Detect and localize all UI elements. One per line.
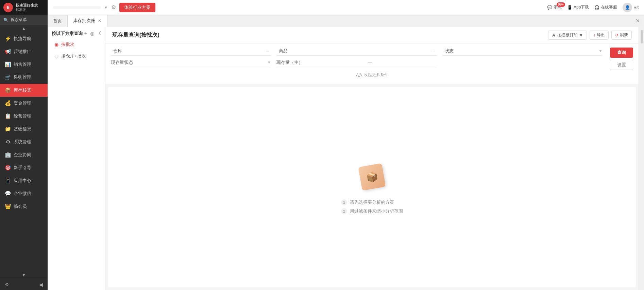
refresh-label: 刷新: [620, 32, 628, 38]
message-action[interactable]: 💬 消息 99+: [547, 4, 562, 10]
topbar-actions: 💬 消息 99+ 📱 App下载 🎧 在线客服 👤 Rit: [547, 3, 639, 12]
app-version: 标准版: [16, 7, 38, 12]
tab-home[interactable]: 首页: [48, 15, 68, 27]
scroll-handle[interactable]: [641, 30, 643, 43]
basic-info-icon: 📁: [5, 126, 11, 132]
tab-batch-account[interactable]: 库存批次账 ✕: [68, 15, 108, 27]
collapse-sidebar-icon[interactable]: ◀: [39, 282, 43, 287]
sidebar-item-basic-info[interactable]: 📁 基础信息: [0, 123, 48, 135]
print-button[interactable]: 🖨 按模板打印 ▼: [548, 31, 587, 40]
stock-status-dropdown-icon[interactable]: ▼: [267, 60, 271, 65]
sidebar-scroll-down[interactable]: ▼: [0, 271, 48, 279]
scheme-by-warehouse-batch-label: 按仓库+批次: [61, 53, 86, 59]
sidebar-item-quick-nav[interactable]: ⚡ 快捷导航: [0, 32, 48, 45]
warehouse-input[interactable]: [124, 48, 264, 54]
empty-state: 📦 1 请先选择要分析的方案 2 用过滤条件来缩小分析范围: [108, 87, 636, 287]
online-service-action[interactable]: 🎧 在线客服: [594, 4, 617, 10]
tabbar-close-button[interactable]: ✕: [631, 16, 644, 25]
topbar-chevron-icon[interactable]: ▼: [104, 5, 108, 10]
print-dropdown-icon[interactable]: ▼: [579, 33, 583, 38]
sidebar-search[interactable]: 🔍 搜索菜单: [0, 15, 48, 25]
export-icon: ↑: [593, 33, 595, 38]
page-title: 现存量查询(按批次): [112, 32, 159, 39]
topbar-search-box[interactable]: [53, 6, 101, 9]
left-panel-header: 按以下方案查询 ＋ ◎ 《: [48, 27, 105, 39]
content-area: 按以下方案查询 ＋ ◎ 《 ◉ 按批次 ◎ 按仓库+批次 现存量查询(按批次): [48, 27, 644, 290]
add-scheme-icon[interactable]: ＋: [83, 31, 88, 37]
export-button[interactable]: ↑ 导出: [590, 31, 609, 40]
hint-2-text: 用过滤条件来缩小分析范围: [350, 208, 403, 214]
page-title-bar: 现存量查询(按批次) 🖨 按模板打印 ▼ ↑ 导出 ↺ 刷新: [105, 27, 639, 43]
empty-content: 📦 1 请先选择要分析的方案 2 用过滤条件来缩小分析范围: [341, 160, 403, 214]
quick-nav-icon: ⚡: [5, 36, 11, 42]
export-label: 导出: [597, 32, 605, 38]
sidebar-header: 6 畅康通好生意 标准版: [0, 0, 48, 15]
sidebar-item-newbie[interactable]: 🎯 新手引导: [0, 161, 48, 174]
sidebar-item-label: 基础信息: [14, 126, 31, 132]
status-field[interactable]: 状态 ▼: [442, 48, 603, 56]
sidebar-item-operations[interactable]: 📋 经营管理: [0, 110, 48, 123]
right-scrollbar[interactable]: [639, 27, 644, 290]
query-button[interactable]: 查询: [610, 48, 633, 58]
scheme-item-by-warehouse-batch[interactable]: ◎ 按仓库+批次: [48, 50, 105, 62]
sidebar-item-label: 库存核算: [14, 87, 31, 93]
sidebar-item-enterprise[interactable]: 🏢 企业协同: [0, 148, 48, 161]
wechat-icon: 💬: [5, 191, 11, 197]
product-input[interactable]: [290, 48, 429, 54]
sidebar-item-purchase[interactable]: 🛒 采购管理: [0, 71, 48, 84]
refresh-button[interactable]: ↺ 刷新: [611, 31, 632, 40]
page-actions: 🖨 按模板打印 ▼ ↑ 导出 ↺ 刷新: [548, 31, 632, 40]
product-label: 商品: [276, 48, 290, 54]
scheme-item-by-batch[interactable]: ◉ 按批次: [48, 39, 105, 50]
stock-status-input[interactable]: [133, 59, 267, 66]
stock-qty-min-input[interactable]: [303, 59, 368, 66]
warehouse-more-icon[interactable]: ···: [264, 48, 271, 54]
sidebar-item-system[interactable]: ⚙ 系统管理: [0, 135, 48, 148]
status-input[interactable]: [456, 48, 598, 54]
sidebar-item-label: 营销推广: [14, 49, 31, 55]
refresh-icon: ↺: [615, 33, 618, 38]
sales-icon: 📊: [5, 61, 11, 68]
sidebar-item-marketing[interactable]: 📢 营销推广: [0, 45, 48, 58]
sidebar-menu: ⚡ 快捷导航 📢 营销推广 📊 销售管理 🛒 采购管理 📦 库存核算 💰 资金管…: [0, 32, 48, 271]
warehouse-field[interactable]: 仓库 ···: [111, 48, 271, 56]
scheme-active-icon: ◉: [54, 42, 58, 47]
sidebar-item-label: 企业协同: [14, 152, 31, 158]
sidebar-item-appstore[interactable]: 📱 应用中心: [0, 174, 48, 187]
topbar-gear-icon[interactable]: ⚙: [111, 4, 116, 11]
stock-qty-max-input[interactable]: [372, 59, 437, 66]
sidebar-item-label: 新手引导: [14, 165, 31, 171]
left-panel-title: 按以下方案查询: [52, 31, 83, 37]
empty-box-icon: 📦: [358, 163, 386, 191]
settings-scheme-icon[interactable]: ◎: [90, 31, 94, 36]
tab-close-icon[interactable]: ✕: [97, 18, 102, 23]
purchase-icon: 🛒: [5, 74, 11, 80]
stock-status-field[interactable]: 现存量状态 ▼: [111, 59, 271, 67]
product-field[interactable]: 商品 ···: [276, 48, 437, 56]
main-content: 现存量查询(按批次) 🖨 按模板打印 ▼ ↑ 导出 ↺ 刷新: [105, 27, 639, 290]
status-dropdown-icon[interactable]: ▼: [598, 49, 603, 53]
app-download-action[interactable]: 📱 App下载: [567, 4, 589, 10]
settings-icon[interactable]: ⚙: [5, 282, 9, 287]
marketing-icon: 📢: [5, 49, 11, 55]
collapse-panel-icon[interactable]: 《: [96, 31, 101, 37]
member-icon: 👑: [5, 203, 11, 210]
user-menu[interactable]: 👤 Rit: [623, 3, 639, 12]
sidebar-item-member[interactable]: 👑 畅会员: [0, 200, 48, 213]
online-service-label: 在线客服: [601, 4, 617, 10]
sidebar-item-sales[interactable]: 📊 销售管理: [0, 58, 48, 71]
sidebar-item-label: 资金管理: [14, 100, 31, 106]
collapse-more-button[interactable]: ⋀⋀ 收起更多条件: [111, 70, 633, 80]
hint-1-text: 请先选择要分析的方案: [350, 199, 394, 205]
newbie-icon: 🎯: [5, 165, 11, 171]
product-more-icon[interactable]: ···: [429, 48, 437, 54]
sidebar-item-finance[interactable]: 💰 资金管理: [0, 97, 48, 110]
set-button[interactable]: 设置: [610, 60, 633, 70]
sidebar-scroll-up[interactable]: ▲: [0, 25, 48, 32]
message-icon: 💬: [547, 5, 552, 10]
stock-qty-field[interactable]: 现存量（主） —: [276, 59, 437, 67]
sidebar-item-wechat[interactable]: 💬 企业微信: [0, 187, 48, 200]
empty-hint-2: 2 用过滤条件来缩小分析范围: [341, 208, 403, 214]
sidebar-item-inventory[interactable]: 📦 库存核算: [0, 84, 48, 97]
trial-button[interactable]: 体验行业方案: [119, 3, 155, 12]
